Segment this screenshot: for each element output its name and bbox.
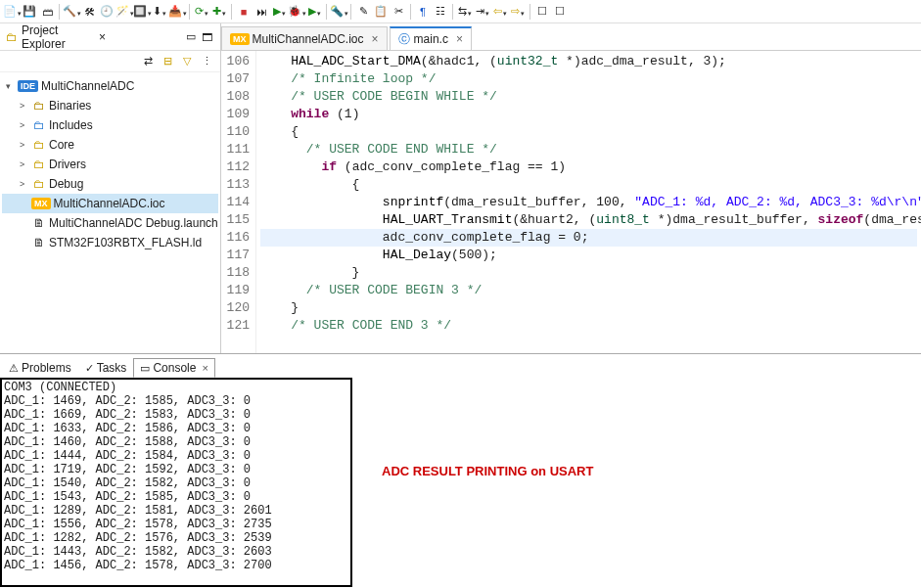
console-body[interactable]: COM3 (CONNECTED) ADC_1: 1469, ADC_2: 158… (0, 378, 352, 587)
build-icon[interactable]: 🔨 (64, 4, 79, 20)
tree-root-label: MultiChannelADC (41, 79, 134, 93)
bottom-tab[interactable]: ▭Console× (133, 358, 214, 378)
close-icon[interactable]: × (202, 362, 207, 374)
expand-icon[interactable]: > (20, 159, 31, 169)
tree-item-label: MultiChannelADC.ioc (54, 197, 165, 210)
nav-icon[interactable]: ⇆ (457, 4, 473, 20)
config-icon[interactable]: 🛠 (81, 4, 97, 20)
source-folder-icon: 🗀 (31, 138, 47, 152)
close-icon[interactable]: × (456, 32, 463, 46)
sort-icon[interactable]: ☷ (433, 4, 448, 20)
bottom-panel: ⚠Problems✓Tasks▭Console× COM3 (CONNECTED… (0, 353, 921, 587)
tab-label: MultiChannelADC.ioc (253, 32, 364, 46)
explorer-header: 🗀 Project Explorer × ▭ 🗖 (0, 23, 220, 51)
tree-item[interactable]: >🗀Debug (2, 174, 218, 194)
filter-icon[interactable]: ▽ (179, 53, 195, 68)
tree-item[interactable]: >🗀Drivers (2, 155, 218, 174)
maximize-icon[interactable]: 🗖 (199, 29, 214, 45)
code-line[interactable]: } (260, 264, 917, 282)
cut-icon[interactable]: ✂ (391, 4, 406, 20)
debug-icon[interactable]: 🐞 (289, 4, 304, 20)
new-config-icon[interactable]: ✚ (211, 4, 227, 20)
code-line[interactable]: { (260, 176, 917, 194)
new-icon[interactable]: 📄 (4, 4, 20, 20)
explorer-icon: 🗀 (6, 30, 18, 44)
view-menu-icon[interactable]: ⋮ (199, 53, 214, 68)
code-line[interactable]: /* USER CODE BEGIN WHILE */ (260, 88, 917, 106)
code-line[interactable]: /* Infinite loop */ (260, 70, 917, 88)
bottom-tab[interactable]: ✓Tasks (78, 358, 134, 378)
tasks-icon: ✓ (85, 362, 94, 375)
file-icon: 🗎 (31, 236, 47, 249)
skip-icon[interactable]: ⏭ (253, 4, 269, 20)
tree-item-label: STM32F103RBTX_FLASH.ld (49, 236, 202, 249)
expand-icon[interactable]: > (20, 179, 31, 189)
tree-root[interactable]: ▾ IDE MultiChannelADC (2, 76, 218, 96)
code-line[interactable]: { (260, 123, 917, 141)
mx-badge-icon: MX (31, 198, 51, 209)
code-line[interactable]: /* USER CODE BEGIN 3 */ (260, 282, 917, 299)
code-line[interactable]: while (1) (260, 106, 917, 123)
tree-item[interactable]: >🗀Includes (2, 115, 218, 135)
link-icon[interactable]: ⇄ (140, 53, 156, 68)
expand-icon[interactable]: > (20, 140, 31, 150)
stop-icon[interactable]: ■ (236, 4, 252, 20)
wand-icon[interactable]: 🪄 (116, 4, 132, 20)
run-ext-icon[interactable]: ▶ (306, 4, 322, 20)
c-file-icon: ⓒ (398, 31, 410, 48)
clock-icon[interactable]: 🕘 (99, 4, 115, 20)
code-line[interactable]: adc_conv_complete_flag = 0; (260, 229, 917, 247)
tree-item-label: Includes (49, 118, 93, 132)
code-line[interactable]: snprintf(dma_result_buffer, 100, "ADC_1:… (260, 194, 917, 211)
editor-tab[interactable]: MXMultiChannelADC.ioc× (221, 26, 388, 50)
tree-item-label: Binaries (49, 99, 91, 113)
editor-tab[interactable]: ⓒmain.c× (390, 26, 472, 50)
download-icon[interactable]: ⬇ (152, 4, 167, 20)
main-toolbar: 📄 💾 🗃 🔨 🛠 🕘 🪄 🔲 ⬇ 📥 ⟳ ✚ ■ ⏭ ▶ 🐞 ▶ 🔦 ✎ 📋 … (0, 0, 921, 23)
back-icon[interactable]: ⇦ (492, 4, 508, 20)
collapse-icon[interactable]: ⊟ (160, 53, 175, 68)
bottom-tab[interactable]: ⚠Problems (2, 358, 78, 378)
refresh-icon[interactable]: ⟳ (194, 4, 209, 20)
expand-icon[interactable]: ▾ (6, 81, 18, 91)
code-line[interactable]: } (260, 299, 917, 317)
code-line[interactable]: /* USER CODE END 3 */ (260, 317, 917, 335)
save-icon[interactable]: 💾 (22, 4, 37, 20)
close-icon[interactable]: × (372, 32, 379, 46)
forward-icon[interactable]: ⇨ (510, 4, 526, 20)
pin-icon[interactable]: ¶ (415, 4, 431, 20)
chip-icon[interactable]: 🔲 (134, 4, 150, 20)
indent-icon[interactable]: ⇥ (475, 4, 490, 20)
minimize-icon[interactable]: ▭ (183, 29, 199, 45)
code-line[interactable]: if (adc_conv_complete_flag == 1) (260, 158, 917, 176)
code-line[interactable]: /* USER CODE END WHILE */ (260, 141, 917, 158)
open-perspective-icon[interactable]: ☐ (552, 4, 568, 20)
code-area[interactable]: 1061071081091101111121131141151161171181… (221, 51, 921, 353)
console-panel: ⚠Problems✓Tasks▭Console× COM3 (CONNECTED… (0, 354, 352, 587)
tree-item-label: Core (49, 138, 74, 152)
code-line[interactable]: HAL_Delay(500); (260, 247, 917, 264)
expand-icon[interactable]: > (20, 101, 31, 111)
tree-item[interactable]: 🗎STM32F103RBTX_FLASH.ld (2, 233, 218, 252)
tree-item[interactable]: 🗎MultiChannelADC Debug.launch (2, 213, 218, 233)
tree-item[interactable]: >🗀Binaries (2, 96, 218, 115)
perspective-icon[interactable]: ☐ (534, 4, 550, 20)
expand-icon[interactable]: > (20, 120, 31, 130)
tab-label: Problems (22, 361, 71, 375)
close-icon[interactable]: × (95, 30, 110, 44)
code[interactable]: HAL_ADC_Start_DMA(&hadc1, (uint32_t *)ad… (256, 51, 921, 353)
tab-label: Console (153, 361, 196, 375)
search-icon[interactable]: 🔦 (331, 4, 346, 20)
board-icon[interactable]: 📥 (169, 4, 185, 20)
tree-item[interactable]: >🗀Core (2, 135, 218, 155)
editor-tabs: MXMultiChannelADC.ioc×ⓒmain.c× (221, 23, 921, 51)
run-icon[interactable]: ▶ (271, 4, 287, 20)
page-icon[interactable]: 📋 (373, 4, 389, 20)
save-all-icon[interactable]: 🗃 (39, 4, 55, 20)
tree-item[interactable]: MXMultiChannelADC.ioc (2, 194, 218, 213)
code-line[interactable]: HAL_ADC_Start_DMA(&hadc1, (uint32_t *)ad… (260, 53, 917, 70)
bottom-tabs: ⚠Problems✓Tasks▭Console× (0, 354, 352, 378)
code-line[interactable]: HAL_UART_Transmit(&huart2, (uint8_t *)dm… (260, 211, 917, 229)
edit-icon[interactable]: ✎ (355, 4, 371, 20)
file-icon: 🗎 (31, 216, 47, 230)
